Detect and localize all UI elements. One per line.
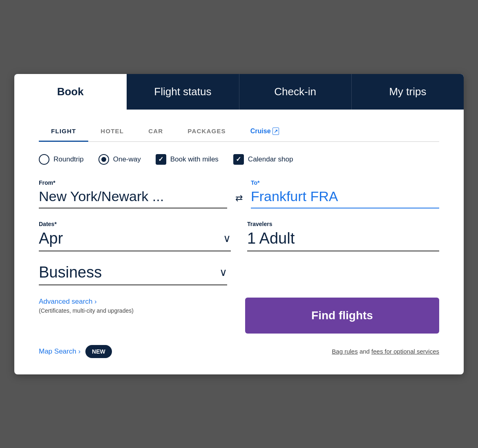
- subtab-hotel[interactable]: HOTEL: [88, 122, 136, 142]
- subtab-cruise[interactable]: Cruise ↗: [238, 122, 291, 142]
- travelers-label: Travelers: [247, 221, 439, 227]
- subtab-packages[interactable]: PACKAGES: [175, 122, 238, 142]
- from-to-row: From* New York/Newark ... ⇄ To* Frankfur…: [39, 179, 439, 208]
- bottom-row: Advanced search › (Certificates, multi-c…: [39, 298, 439, 334]
- dates-field: Dates* Apr ∨: [39, 221, 231, 251]
- dates-chevron-icon: ∨: [223, 232, 231, 245]
- tab-my-trips[interactable]: My trips: [352, 74, 464, 110]
- subtab-car[interactable]: CAR: [136, 122, 175, 142]
- dates-label: Dates*: [39, 221, 231, 227]
- tab-flight-status[interactable]: Flight status: [127, 74, 239, 110]
- card-body: FLIGHT HOTEL CAR PACKAGES Cruise ↗ Round…: [14, 110, 464, 374]
- sub-tabs: FLIGHT HOTEL CAR PACKAGES Cruise ↗: [39, 122, 439, 142]
- from-input[interactable]: New York/Newark ...: [39, 188, 227, 208]
- calendar-label: Calendar shop: [248, 155, 293, 164]
- calendar-option[interactable]: ✓ Calendar shop: [233, 154, 293, 165]
- roundtrip-radio[interactable]: [39, 154, 49, 165]
- calendar-checkbox[interactable]: ✓: [233, 154, 244, 165]
- to-field-group: To* Frankfurt FRA: [251, 179, 439, 208]
- advanced-search-link[interactable]: Advanced search ›: [39, 298, 233, 306]
- travelers-input[interactable]: 1 Adult: [247, 230, 439, 251]
- bag-rules-text: Bag rules and fees for optional services: [332, 348, 439, 355]
- tab-checkin[interactable]: Check-in: [239, 74, 352, 110]
- dates-input[interactable]: Apr ∨: [39, 230, 231, 251]
- cabin-row: Business ∨: [39, 264, 439, 285]
- tab-book[interactable]: Book: [14, 74, 127, 110]
- cabin-chevron-icon: ∨: [219, 266, 227, 279]
- map-search-link[interactable]: Map Search ›: [39, 347, 80, 356]
- advanced-sub-label: (Certificates, multi-city and upgrades): [39, 307, 233, 314]
- from-label: From*: [39, 179, 227, 186]
- new-badge: NEW: [85, 345, 112, 358]
- find-flights-button[interactable]: Find flights: [245, 298, 439, 334]
- options-row: Roundtrip One-way ✓ Book with miles ✓ Ca…: [39, 154, 439, 165]
- bag-rules-link[interactable]: Bag rules: [332, 348, 357, 355]
- fees-link[interactable]: fees for optional services: [371, 348, 439, 355]
- miles-option[interactable]: ✓ Book with miles: [156, 154, 219, 165]
- booking-card: Book Flight status Check-in My trips FLI…: [14, 74, 464, 374]
- cabin-dropdown[interactable]: Business ∨: [39, 264, 227, 285]
- roundtrip-option[interactable]: Roundtrip: [39, 154, 84, 165]
- swap-icon[interactable]: ⇄: [235, 193, 243, 208]
- from-field-group: From* New York/Newark ...: [39, 179, 227, 208]
- advanced-search-col: Advanced search › (Certificates, multi-c…: [39, 298, 233, 314]
- oneway-label: One-way: [113, 155, 141, 164]
- oneway-radio[interactable]: [98, 154, 109, 165]
- external-link-icon: ↗: [273, 128, 279, 135]
- oneway-option[interactable]: One-way: [98, 154, 141, 165]
- find-flights-col: Find flights: [245, 298, 439, 334]
- check-icon-2: ✓: [236, 156, 241, 163]
- miles-checkbox[interactable]: ✓: [156, 154, 166, 165]
- to-input[interactable]: Frankfurt FRA: [251, 188, 439, 208]
- subtab-flight[interactable]: FLIGHT: [39, 122, 88, 142]
- map-search-group: Map Search › NEW: [39, 345, 112, 358]
- links-row: Map Search › NEW Bag rules and fees for …: [39, 345, 439, 358]
- roundtrip-label: Roundtrip: [54, 155, 84, 164]
- to-label: To*: [251, 179, 439, 186]
- dates-travelers-row: Dates* Apr ∨ Travelers 1 Adult: [39, 221, 439, 251]
- travelers-field: Travelers 1 Adult: [247, 221, 439, 251]
- radio-selected-dot: [101, 157, 106, 162]
- top-tabs: Book Flight status Check-in My trips: [14, 74, 464, 110]
- check-icon: ✓: [158, 156, 163, 163]
- miles-label: Book with miles: [170, 155, 219, 164]
